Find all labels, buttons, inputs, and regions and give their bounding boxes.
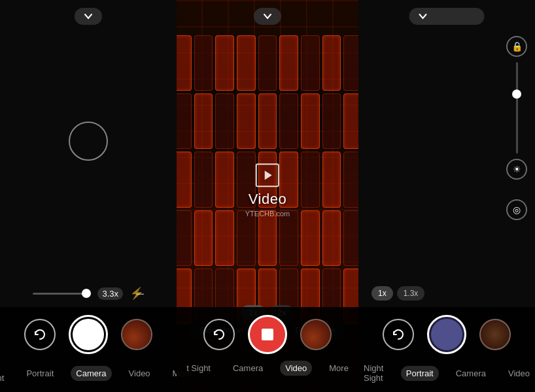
center-tab-camera[interactable]: Camera <box>228 361 268 376</box>
center-tab-more[interactable]: More <box>324 361 354 376</box>
zoom-thumb[interactable] <box>82 289 91 298</box>
left-tabs-row: t Sight Portrait Camera Video More <box>0 354 197 385</box>
center-record-btn[interactable] <box>248 315 287 354</box>
right-bottom-bar: Night Sight Portrait Camera Video <box>358 307 535 392</box>
zoom-value: 3.3x <box>97 287 123 300</box>
left-tab-portrait[interactable]: Portrait <box>21 366 59 381</box>
zoom-slider-area[interactable]: 3.3x ⚡̶ <box>33 286 144 301</box>
center-thumbnail[interactable] <box>300 319 332 350</box>
left-tab-camera[interactable]: Camera <box>71 366 111 381</box>
center-tab-video[interactable]: Video <box>280 361 312 376</box>
timer-btn[interactable]: ◎ <box>506 199 527 220</box>
left-top-dropdown[interactable] <box>75 8 102 25</box>
panel-center: Video YTECHB.com 1x 2x Slow Motion Norma… <box>177 0 358 392</box>
center-top-dropdown[interactable] <box>254 8 281 25</box>
lock-btn[interactable]: 🔒 <box>506 36 527 57</box>
app-container: 3.3x ⚡̶ t Sight P <box>0 0 535 392</box>
center-rotate-btn[interactable] <box>203 319 235 350</box>
brightness-slider-track[interactable] <box>516 62 518 154</box>
flash-off-icon[interactable]: ⚡̶ <box>129 286 144 301</box>
left-shutter[interactable] <box>69 315 108 354</box>
video-overlay: Video YTECHB.com <box>245 163 290 218</box>
watermark-text: YTECHB.com <box>245 210 290 218</box>
brightness-slider-thumb[interactable] <box>512 90 521 99</box>
left-bottom-bar: t Sight Portrait Camera Video More <box>0 307 177 392</box>
center-tab-sight[interactable]: t Sight <box>181 361 216 376</box>
video-mode-label: Video <box>245 191 290 208</box>
zoom-track[interactable] <box>33 293 91 295</box>
center-controls-row <box>203 307 332 354</box>
right-zoom-1-3x[interactable]: 1.3x <box>397 286 425 301</box>
center-bottom-bar: t Sight Camera Video More <box>177 307 358 392</box>
right-top-dropdown[interactable] <box>409 8 485 25</box>
left-tab-video[interactable]: Video <box>124 366 156 381</box>
right-zoom-area: 1x 1.3x <box>371 286 424 301</box>
panel-left: 3.3x ⚡̶ t Sight P <box>0 0 177 392</box>
focus-indicator <box>69 122 108 161</box>
video-mode-icon <box>256 163 279 187</box>
left-thumbnail[interactable] <box>121 319 152 350</box>
right-controls: 🔒 ☀ ◎ <box>506 36 527 220</box>
left-tab-sight[interactable]: t Sight <box>0 361 9 385</box>
right-rotate-btn[interactable] <box>383 319 414 350</box>
right-tab-video[interactable]: Video <box>503 366 535 381</box>
left-rotate-btn[interactable] <box>24 319 56 350</box>
left-controls-row <box>24 307 152 354</box>
center-tabs-row: t Sight Camera Video More <box>181 354 354 376</box>
right-tab-night[interactable]: Night Sight <box>358 361 389 385</box>
panel-right: 🔒 ☀ ◎ 1x 1.3x <box>358 0 535 392</box>
right-tab-portrait[interactable]: Portrait <box>401 366 439 381</box>
right-controls-row <box>383 307 511 354</box>
right-thumbnail[interactable] <box>479 319 511 350</box>
right-tabs-row: Night Sight Portrait Camera Video <box>358 354 535 385</box>
right-tab-camera[interactable]: Camera <box>451 366 491 381</box>
right-shutter[interactable] <box>427 315 466 354</box>
brightness-btn[interactable]: ☀ <box>506 159 527 180</box>
right-zoom-1x[interactable]: 1x <box>371 286 393 301</box>
